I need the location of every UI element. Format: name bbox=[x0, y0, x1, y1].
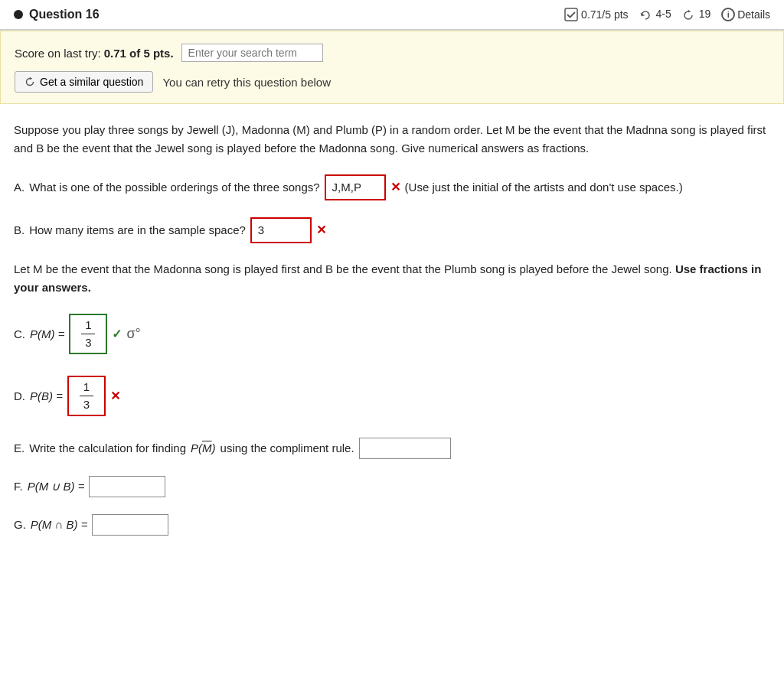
part-a-mark: ✕ bbox=[390, 178, 400, 197]
score-value: 0.71/5 pts bbox=[581, 8, 629, 21]
details-link[interactable]: i Details bbox=[721, 8, 770, 21]
part-e-text2: using the compliment rule. bbox=[220, 439, 354, 458]
score-banner: Score on last try: 0.71 of 5 pts. Get a … bbox=[0, 31, 784, 104]
part-a-label: A. bbox=[14, 178, 24, 197]
part-d: D. P(B) = 1 3 ✕ bbox=[14, 376, 770, 416]
question-intro: Suppose you play three songs by Jewell (… bbox=[14, 121, 770, 158]
question-title-area: Question 16 bbox=[14, 8, 100, 21]
fraction-line bbox=[81, 334, 95, 334]
part-f-expression: P(M ∪ B) = bbox=[28, 477, 85, 496]
part-e-row: E. Write the calculation for finding P(M… bbox=[14, 438, 770, 459]
part-a-answer[interactable]: J,M,P bbox=[325, 174, 386, 200]
question-dot-icon bbox=[14, 10, 23, 19]
part-b-text: How many items are in the sample space? bbox=[29, 221, 246, 239]
part-b-row: B. How many items are in the sample spac… bbox=[14, 217, 770, 243]
part-d-fraction[interactable]: 1 3 bbox=[67, 376, 106, 416]
part-e-label: E. bbox=[14, 439, 24, 458]
part-b-answer[interactable]: 3 bbox=[250, 217, 312, 243]
svg-rect-0 bbox=[565, 8, 577, 21]
part-a-text: What is one of the possible orderings of… bbox=[29, 178, 319, 197]
undo-icon bbox=[639, 9, 652, 21]
part-b: B. How many items are in the sample spac… bbox=[14, 217, 770, 243]
part-g-label: G. bbox=[14, 516, 26, 534]
part-g-answer[interactable] bbox=[92, 514, 168, 536]
part-b-label: B. bbox=[14, 221, 24, 239]
retry-count-area: 19 bbox=[682, 8, 710, 21]
search-input[interactable] bbox=[181, 44, 323, 62]
part-e: E. Write the calculation for finding P(M… bbox=[14, 438, 770, 459]
part-a-row: A. What is one of the possible orderings… bbox=[14, 174, 770, 200]
part-d-row: D. P(B) = 1 3 ✕ bbox=[14, 376, 770, 416]
part-d-numerator: 1 bbox=[83, 380, 90, 394]
part-d-label: D. bbox=[14, 387, 25, 406]
part-c-numerator: 1 bbox=[85, 318, 91, 332]
part-g: G. P(M ∩ B) = bbox=[14, 514, 770, 536]
part-c-row: C. P(M) = 1 3 ✓ σ° bbox=[14, 314, 770, 354]
refresh-icon bbox=[682, 9, 694, 21]
info-icon: i bbox=[721, 8, 735, 21]
retry-text: You can retry this question below bbox=[162, 76, 331, 89]
part-d-expression: P(B) = bbox=[30, 387, 63, 406]
header-meta: 0.71/5 pts 4-5 19 i Details bbox=[564, 8, 770, 21]
fraction-line-d bbox=[80, 396, 93, 396]
part-c-expression: P(M) = bbox=[30, 325, 64, 344]
part-f: F. P(M ∪ B) = bbox=[14, 476, 770, 497]
retry-row: Get a similar question You can retry thi… bbox=[15, 71, 769, 93]
part-g-row: G. P(M ∩ B) = bbox=[14, 514, 770, 536]
main-content: Suppose you play three songs by Jewell (… bbox=[0, 104, 784, 575]
part-c: C. P(M) = 1 3 ✓ σ° bbox=[14, 314, 770, 354]
part-f-answer[interactable] bbox=[89, 476, 165, 497]
part-e-expression: P(M) bbox=[191, 439, 216, 458]
part-e-text: Write the calculation for finding bbox=[29, 439, 186, 458]
part-e-answer[interactable] bbox=[359, 438, 451, 459]
attempt-info: 4-5 bbox=[639, 8, 671, 21]
part-c-label: C. bbox=[14, 325, 25, 344]
score-text: Score on last try: 0.71 of 5 pts. bbox=[15, 47, 174, 60]
header: Question 16 0.71/5 pts 4-5 19 i Details bbox=[0, 0, 784, 30]
part-c-fraction[interactable]: 1 3 bbox=[69, 314, 107, 354]
part-f-label: F. bbox=[14, 477, 23, 496]
part-g-expression: P(M ∩ B) = bbox=[31, 516, 88, 534]
question-title: Question 16 bbox=[29, 8, 100, 21]
score-pts: 0.71/5 pts bbox=[564, 8, 629, 21]
similar-question-button[interactable]: Get a similar question bbox=[15, 71, 153, 93]
refresh-small-icon bbox=[24, 77, 35, 87]
part-d-mark: ✕ bbox=[110, 386, 120, 406]
score-line: Score on last try: 0.71 of 5 pts. bbox=[15, 44, 769, 62]
part-a: A. What is one of the possible orderings… bbox=[14, 174, 770, 200]
part-d-denominator: 3 bbox=[83, 398, 90, 412]
score-icon bbox=[564, 8, 578, 21]
part-c-check: ✓ bbox=[112, 324, 122, 344]
mid-text: Let M be the event that the Madonna song… bbox=[14, 260, 770, 297]
part-f-row: F. P(M ∪ B) = bbox=[14, 476, 770, 497]
part-c-denominator: 3 bbox=[85, 336, 91, 350]
part-c-sigma-icon[interactable]: σ° bbox=[126, 323, 140, 345]
part-a-hint: (Use just the initial of the artists and… bbox=[405, 178, 683, 197]
part-b-mark: ✕ bbox=[316, 220, 326, 240]
